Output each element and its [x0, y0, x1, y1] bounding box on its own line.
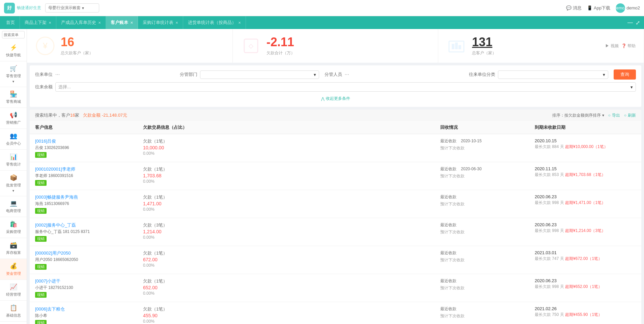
debt-info: 欠款（1笔） 652.00 0.00% [143, 278, 440, 296]
overdue-amount-link[interactable]: 超期¥1,214.00（3笔） [565, 228, 606, 233]
sidebar-item-purchase[interactable]: 🛍️ 采购管理 [0, 217, 27, 238]
tab-customer[interactable]: 客户账本 ✕ [106, 16, 138, 29]
sort-select[interactable]: 排序：按欠款金额倒序排序 ▾ [552, 113, 604, 118]
next-receipt: 预计下次收款 [440, 173, 535, 179]
sidebar-item-label: 快捷导航 [6, 53, 21, 58]
customer-name-link[interactable]: [0003]畅捷服务尹海燕 [35, 195, 78, 200]
sidebar-item-inventory[interactable]: 🗃️ 库存核算 [0, 238, 27, 259]
chevron-down-icon: ▾ [82, 6, 84, 10]
customer-name-link[interactable]: [0001020001]李老师 [35, 167, 75, 172]
tab-inventory[interactable]: 进货单统计表（按商品） ✕ [183, 16, 246, 29]
customer-tag: 现销 [35, 292, 47, 298]
due-overdue: 最长欠款 998 天 超期¥1,471.00（1笔） [535, 200, 636, 206]
debt-amount: 672.00 [143, 257, 440, 262]
svg-text:¥: ¥ [43, 41, 48, 50]
customer-tag: 现销 [35, 264, 47, 270]
sidebar-item-finance[interactable]: 💰 资金管理 [0, 259, 27, 280]
refresh-btn[interactable]: ○ 刷新 [624, 113, 636, 118]
sidebar-item-label: 电商管理 [6, 208, 21, 213]
header-due: 到期未收款日期 [535, 124, 636, 130]
user-profile[interactable]: demo2 demo2 [616, 3, 640, 13]
sidebar-item-batch-mgmt[interactable]: 📦 批发管理 ▼ [0, 171, 27, 196]
tab-products-label: 商品上下架 [25, 20, 47, 26]
overdue-amount-link[interactable]: 超期¥1,703.68（1笔） [565, 172, 606, 177]
overdue-amount-link[interactable]: 超期¥672.00（1笔） [565, 256, 602, 261]
recovery-info: 最近收款 预计下次收款 [440, 250, 535, 263]
export-icon: ○ [608, 113, 611, 118]
source-unit-input[interactable]: ··· [55, 71, 60, 78]
search-input[interactable] [2, 31, 25, 38]
app-download-btn[interactable]: 📱 App下载 [587, 5, 610, 11]
view-btn[interactable]: ▶ 视频 [605, 43, 618, 49]
balance-select[interactable]: 选择... ▾ [55, 82, 636, 92]
customer-name-link[interactable]: [0016]吕俊 [35, 139, 56, 144]
sidebar-item-retail-mall[interactable]: 🏪 零售商城 [0, 87, 27, 108]
marketing-icon: 📢 [10, 111, 17, 119]
close-icon[interactable]: ✕ [49, 21, 51, 25]
customer-info: [0001020001]李老师 李老师 18600391516 现销 [35, 166, 143, 186]
close-icon[interactable]: ✕ [130, 21, 133, 25]
unit-category-label: 往来单位分类 [469, 71, 495, 78]
source-unit-label: 往来单位 [35, 71, 53, 78]
debt-count: 欠款（1笔） [143, 194, 440, 200]
minus-icon[interactable]: — [627, 20, 633, 26]
overdue-amount-link[interactable]: 超期¥10,000.00（1笔） [565, 144, 608, 149]
sidebar-item-label: 营销推广 [6, 120, 21, 125]
sidebar-item-basic-info[interactable]: 📋 基础信息 [0, 301, 27, 322]
basic-info-icon: 📋 [10, 304, 17, 312]
collapse-btn[interactable]: ⋀ 收起更多条件 [35, 94, 636, 103]
phone-icon: 📱 [587, 5, 592, 10]
sidebar-item-retail-stats[interactable]: 📊 零售统计 [0, 150, 27, 171]
customer-name-link[interactable]: [0002]服务中心_丁磊 [35, 223, 76, 228]
search-button[interactable]: 查询 [614, 69, 636, 80]
close-icon[interactable]: ✕ [175, 21, 178, 25]
sidebar-item-retail-mgmt[interactable]: 🛒 零售管理 ▼ [0, 61, 27, 87]
export-btn[interactable]: ○ 导出 [608, 113, 620, 118]
tab-purchase[interactable]: 采购订单统计表 ✕ [138, 16, 183, 29]
overdue-amount-link[interactable]: 超期¥455.90（1笔） [565, 312, 602, 317]
sidebar-item-members[interactable]: 👥 会员中心 [0, 129, 27, 150]
unit-category-select[interactable]: ▾ [498, 70, 608, 79]
close-icon[interactable]: ✕ [238, 21, 241, 25]
batch-mgmt-icon: 📦 [10, 174, 17, 181]
customer-name-link[interactable]: [0007]小进干 [35, 278, 60, 284]
table-row: [0007]小进干 小进干 18279152100 现销 欠款（1笔） 652.… [30, 274, 641, 302]
sidebar-item-system[interactable]: ⚙️ 系统管理 [0, 322, 27, 324]
tab-produce[interactable]: 产成品入库单历史 ✕ [56, 16, 106, 29]
due-info: 2021.03.01 最长欠款 747 天 超期¥672.00（1笔） [535, 250, 636, 262]
close-icon[interactable]: ✕ [98, 21, 101, 25]
debt-info: 欠款（1笔） 455.90 0.00% [143, 306, 440, 324]
debt-percent: 0.00% [143, 291, 440, 296]
company-selector[interactable]: 母婴行业演示账套 ▾ [45, 3, 99, 12]
retail-mall-icon: 🏪 [10, 90, 17, 98]
overdue-amount-link[interactable]: 超期¥1,471.00（1笔） [565, 200, 606, 205]
debt-info: 欠款（1笔） 1,703.68 0.00% [143, 166, 440, 184]
sidebar-item-ecommerce[interactable]: 💻 电商管理 [0, 196, 27, 217]
debt-amount: 10,000.00 [143, 145, 440, 150]
export-label: 导出 [612, 113, 620, 118]
debt-customers-value: 16 [61, 36, 93, 48]
customer-info: [000002]用户2050 用户2050 18665062050 现销 [35, 250, 143, 270]
table-row: [0016]吕俊 吕俊 13026203696 现销 欠款（1笔） 10,000… [30, 134, 641, 162]
customer-name-link[interactable]: [000002]用户2050 [35, 251, 71, 256]
tab-products[interactable]: 商品上下架 ✕ [20, 16, 56, 29]
logo-area: 好 畅捷通好生意 [4, 3, 41, 13]
table-header: 客户信息 欠款交易信息（占比） 回收情况 到期未收款日期 [30, 121, 641, 134]
recovery-info: 最近收款 2020-10-15 预计下次收款 [440, 138, 535, 151]
help-icon: ❓ [621, 43, 626, 48]
help-btn[interactable]: ❓ 帮助 [621, 43, 636, 49]
sidebar-item-operations[interactable]: 📈 经营管理 [0, 280, 27, 301]
expand-icon[interactable]: ⤢ [636, 20, 640, 26]
sidebar-item-marketing[interactable]: 📢 营销推广 [0, 108, 27, 129]
due-info: 2020.06.23 最长欠款 998 天 超期¥652.00（1笔） [535, 278, 636, 290]
tab-home[interactable]: 首页 [1, 16, 20, 29]
customer-name-link[interactable]: [0006]去下粮仓 [35, 306, 65, 312]
message-btn[interactable]: 💬 消息 [566, 5, 582, 11]
sidebar-item-quick-nav[interactable]: ⚡ 快捷导航 [0, 40, 27, 61]
customer-info: [0007]小进干 小进干 18279152100 现销 [35, 278, 143, 298]
sidebar-item-label: 基础信息 [6, 313, 21, 318]
overdue-amount-link[interactable]: 超期¥652.00（1笔） [565, 284, 602, 289]
customer-phone: 用户2050 18665062050 [35, 257, 143, 263]
person-input[interactable]: ··· [345, 71, 349, 78]
dept-select[interactable]: ▾ [200, 70, 319, 79]
